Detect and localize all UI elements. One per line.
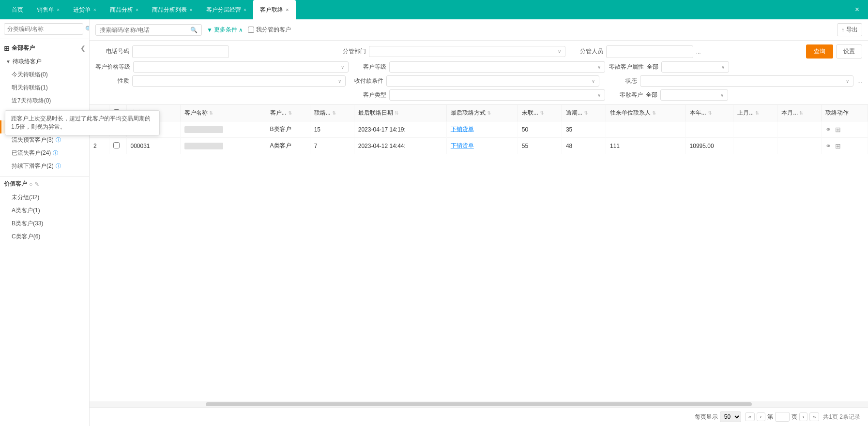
search-input[interactable] [100, 27, 190, 33]
row2-checkbox[interactable] [113, 142, 120, 148]
close-product-analysis-list-icon[interactable]: × [189, 7, 192, 13]
retail-attr-label: 零散客户属性 [609, 63, 644, 71]
sidebar-item-7days-follow[interactable]: 近7天待联络(0) [0, 94, 89, 107]
sort-uncontacted-icon[interactable]: ⇅ [540, 110, 544, 116]
sidebar-item-c-class[interactable]: C类客户(6) [0, 230, 89, 243]
filter-payment: 收付款条件 ∨ [350, 75, 600, 87]
filter-retail-attr: 零散客户属性 全部 ∨ [609, 61, 862, 73]
dept-select[interactable]: ∨ [369, 46, 565, 57]
info-icon-declining[interactable]: ⓘ [56, 162, 61, 170]
query-button[interactable]: 查询 [806, 44, 833, 59]
sidebar-item-tomorrow-follow[interactable]: 明天待联络(1) [0, 81, 89, 94]
settings-button[interactable]: 设置 [836, 44, 862, 59]
row2-action-more-icon[interactable]: ⊞ [835, 142, 841, 150]
close-purchase-order-icon[interactable]: × [93, 7, 96, 13]
nav-home[interactable]: 首页 [5, 0, 30, 19]
row1-name [181, 121, 266, 138]
nav-product-analysis-list[interactable]: 商品分析列表 × [145, 0, 199, 19]
row2-last-date: 2023-04-12 14:44: [354, 138, 446, 154]
sort-last-contact-method-icon[interactable]: ⇅ [487, 110, 491, 116]
follow-up-section[interactable]: ▼ 待联络客户 [0, 55, 89, 68]
nav-purchase-order[interactable]: 进货单 × [66, 0, 103, 19]
per-page-select[interactable]: 50 [720, 411, 741, 422]
phone-label: 电话号码 [95, 47, 129, 56]
customer-grade-select[interactable]: ∨ [389, 61, 606, 73]
close-customer-contact-icon[interactable]: × [286, 7, 289, 13]
row1-last-date: 2023-04-17 14:19: [354, 121, 446, 138]
sidebar-item-lost-customers[interactable]: 已流失客户(24) ⓘ [0, 147, 89, 160]
sort-name-icon[interactable]: ⇅ [209, 110, 213, 116]
collapse-sidebar-icon[interactable]: ❮ [80, 45, 85, 52]
sort-overdue-icon[interactable]: ⇅ [584, 110, 588, 116]
prev-page-button[interactable]: ‹ [757, 412, 765, 421]
sort-unit-contact-icon[interactable]: ⇅ [652, 110, 656, 116]
first-page-button[interactable]: « [745, 412, 755, 421]
dept-chevron-icon: ∨ [558, 49, 561, 54]
col-last-contact-method: 最后联络方式 ⇅ [446, 105, 518, 121]
my-customers-filter: 我分管的客户 [248, 26, 291, 34]
my-customers-checkbox[interactable] [248, 27, 254, 33]
phone-input[interactable] [132, 45, 229, 58]
search-button-icon[interactable]: 🔍 [190, 27, 198, 33]
nav-sales-order[interactable]: 销售单 × [30, 0, 66, 19]
sort-contact-count-icon[interactable]: ⇅ [332, 110, 336, 116]
sidebar-item-b-class[interactable]: B类客户(33) [0, 217, 89, 230]
export-button[interactable]: ↑ 导出 [837, 23, 862, 36]
sort-last-contact-date-icon[interactable]: ⇅ [395, 110, 398, 116]
row1-action-link-icon[interactable]: ⚭ [825, 126, 831, 133]
pagination-area: 每页显示 50 « ‹ 第 1 页 › » 共1页 2条记录 [90, 407, 868, 426]
edit-value-customer-icon[interactable]: ○ [29, 181, 32, 188]
col-uncontacted: 未联... ⇅ [518, 105, 562, 121]
sidebar-search-input[interactable] [4, 23, 83, 35]
window-close-button[interactable]: × [851, 5, 863, 14]
horizontal-scrollbar[interactable] [90, 401, 868, 407]
all-customers-header[interactable]: ⊞ 全部客户 ❮ [0, 41, 89, 55]
close-customer-seg-icon[interactable]: × [244, 7, 246, 13]
manager-input[interactable] [606, 45, 693, 58]
sidebar-item-loss-warning[interactable]: 流失预警客户(3) ⓘ [0, 133, 89, 147]
nature-select[interactable]: ∨ [132, 75, 346, 87]
status-select[interactable]: ∨ [640, 75, 853, 87]
settings-value-customer-icon[interactable]: ✎ [34, 181, 39, 188]
nav-product-analysis[interactable]: 商品分析 × [103, 0, 145, 19]
row3-more-btn[interactable]: ... [857, 78, 862, 85]
retail-customer-select[interactable]: ∨ [660, 89, 728, 101]
payment-select[interactable]: ∨ [386, 75, 600, 87]
page-number-display: 第 1 页 [767, 412, 797, 422]
customer-type-select[interactable]: ∨ [389, 89, 606, 101]
more-conditions-button[interactable]: ▼ 更多条件 ∧ [207, 26, 243, 34]
filter-nature: 性质 ∨ [95, 75, 346, 87]
customers-table: ⚙ 客户编码 ⇅ 客户名称 [90, 105, 868, 154]
sort-type-icon[interactable]: ⇅ [288, 110, 292, 116]
sidebar-item-unclassified[interactable]: 未分组(32) [0, 191, 89, 204]
close-product-analysis-icon[interactable]: × [136, 7, 138, 13]
row1-action-more-icon[interactable]: ⊞ [835, 126, 841, 133]
row2-action-link-icon[interactable]: ⚭ [825, 142, 831, 150]
scrollbar-thumb[interactable] [206, 402, 752, 406]
sort-last-month-icon[interactable]: ⇅ [755, 110, 759, 116]
sidebar-search-icon[interactable]: 🔍 [85, 26, 90, 32]
sort-this-year-icon[interactable]: ⇅ [708, 110, 712, 116]
next-page-button[interactable]: › [799, 412, 808, 421]
manager-more-icon[interactable]: ... [696, 48, 701, 55]
page-number-input[interactable]: 1 [775, 412, 790, 422]
sort-this-month-icon[interactable]: ⇅ [799, 110, 803, 116]
nav-customer-segmentation[interactable]: 客户分层经营 × [199, 0, 253, 19]
info-icon-lost[interactable]: ⓘ [53, 149, 58, 157]
price-grade-select[interactable]: ∨ [133, 61, 349, 73]
retail-attr-select[interactable]: ∨ [661, 61, 729, 73]
content-area: 🔍 ▼ 更多条件 ∧ 我分管的客户 ↑ 导出 电话号码 [90, 19, 868, 426]
filter-row-1: 电话号码 分管部门 ∨ 分管人员 ... 查询 设置 [95, 44, 862, 59]
sidebar-item-declining-customers[interactable]: 持续下滑客户(2) ⓘ [0, 160, 89, 173]
filter-phone: 电话号码 [95, 45, 328, 58]
sidebar-item-a-class[interactable]: A类客户(1) [0, 204, 89, 217]
sidebar-item-today-follow[interactable]: 今天待联络(0) [0, 68, 89, 81]
nav-customer-contact[interactable]: 客户联络 × [253, 0, 295, 19]
info-icon-loss-warning[interactable]: ⓘ [56, 136, 61, 144]
close-sales-order-icon[interactable]: × [57, 7, 60, 13]
row1-last-method[interactable]: 下销货单 [446, 121, 518, 138]
value-customer-title: 价值客户 [4, 180, 27, 188]
row1-this-year [685, 121, 733, 138]
row2-last-method[interactable]: 下销货单 [446, 138, 518, 154]
last-page-button[interactable]: » [809, 412, 819, 421]
